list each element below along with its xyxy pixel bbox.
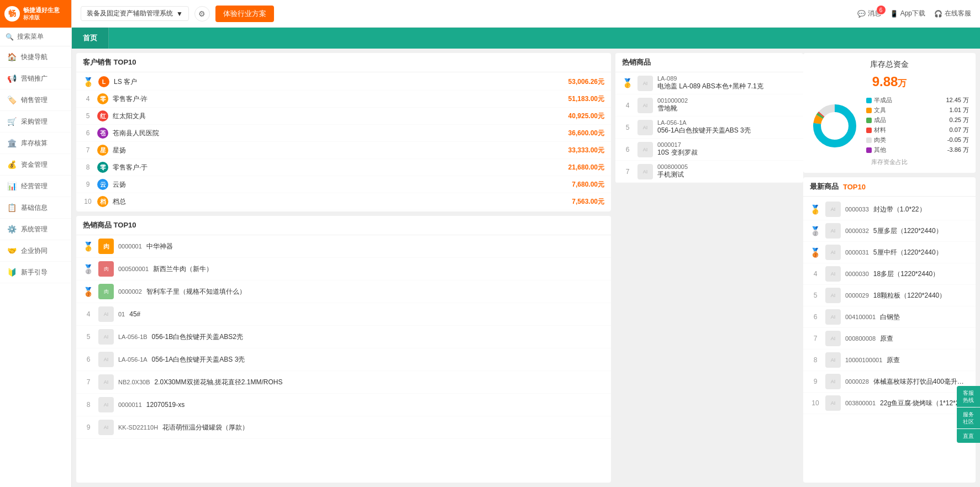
sidebar-item-marketing[interactable]: 📢 营销推广: [0, 68, 71, 89]
product-item[interactable]: 8 AI 0000011 12070519-xs: [76, 394, 611, 416]
logo-text: 畅捷通好生意: [23, 6, 60, 14]
top-product-item[interactable]: 6 AI 0000017 10S 变刹罗叔: [615, 139, 803, 161]
sidebar-item-guide[interactable]: 🔰 新手引导: [0, 262, 71, 283]
product-item[interactable]: 5 AI LA-056-1B 056-1B白色按键开关盖ABS2壳: [76, 326, 611, 348]
product-item[interactable]: 9 AI KK-SD22110H 花语萌恒温分镊罐袋（厚款）: [76, 416, 611, 439]
top-button[interactable]: 直直: [957, 429, 980, 443]
legend-item: 文具 1.01 万: [866, 106, 969, 114]
sidebar-item-basic[interactable]: 📋 基础信息: [0, 197, 71, 219]
sidebar-item-inventory[interactable]: 🏛️ 库存核算: [0, 133, 71, 154]
main-area: 装备及固定资产辅助管理系统 ▼ ⚙ 体验行业方案 💬 消息 6 📱 App下载 …: [72, 0, 980, 487]
product-code: LA-056-1A: [657, 119, 797, 126]
latest-item[interactable]: 🥈 AI 0000032 5厘多层（1220*2440）: [803, 220, 976, 242]
message-badge: 6: [877, 6, 886, 14]
product-name: 电池盖 LA-089 ABS本色+黑种 7.1克: [657, 82, 797, 91]
sidebar-item-enterprise[interactable]: 🤝 企业协同: [0, 240, 71, 262]
product-item[interactable]: 4 AI 01 45#: [76, 303, 611, 326]
legend-value: 0.25 万: [950, 116, 969, 124]
system-selector[interactable]: 装备及固定资产辅助管理系统 ▼: [81, 6, 189, 21]
hot-products-panel: 热销商品 TOP10 🥇 肉 0000001 中华神器 🥈 肉 00050000…: [76, 216, 611, 483]
customer-name: 零售客户·许: [113, 94, 564, 104]
sales-item[interactable]: 4 零 零售客户·许 51,183.00元: [76, 91, 611, 108]
product-code: LA-056-1A: [118, 356, 147, 363]
latest-item[interactable]: 6 AI 004100001 白钢垫: [803, 306, 976, 328]
settings-button[interactable]: ⚙: [194, 6, 210, 22]
product-code: 01: [118, 311, 125, 317]
rank-num: 5: [622, 124, 633, 131]
top-product-item[interactable]: 🥇 AI LA-089 电池盖 LA-089 ABS本色+黑种 7.1克: [615, 72, 803, 94]
nav-enterprise-label: 企业协同: [21, 246, 48, 256]
product-item[interactable]: 🥈 肉 000500001 新西兰牛肉（新牛）: [76, 258, 611, 280]
nav-system-label: 系统管理: [21, 225, 48, 234]
community-button[interactable]: 服务社区: [957, 407, 980, 428]
product-placeholder: AI: [637, 142, 653, 157]
latest-item[interactable]: 8 AI 10000100001 原查: [803, 350, 976, 371]
product-item[interactable]: 🥉 肉 0000002 智利车子里（规格不知道填什么）: [76, 280, 611, 303]
legend-color: [866, 98, 872, 103]
system-name: 装备及固定资产辅助管理系统: [87, 9, 173, 18]
sales-item[interactable]: 🥇 L LS 客户 53,006.26元: [76, 73, 611, 91]
top-product-item[interactable]: 7 AI 000800005 手机测试: [615, 161, 803, 183]
message-button[interactable]: 💬 消息 6: [857, 9, 881, 18]
latest-item[interactable]: 7 AI 000800008 原查: [803, 328, 976, 350]
rank-num: 6: [83, 356, 94, 363]
product-code: 000800005: [657, 163, 797, 170]
rank-num: 7: [810, 335, 821, 342]
customer-avatar: 星: [97, 145, 108, 156]
latest-item[interactable]: 🥇 AI 0000033 封边带（1.0*22）: [803, 199, 976, 220]
top-product-item[interactable]: 4 AI 001000002 雪地靴: [615, 94, 803, 117]
inventory-panel: 库存总资金 9.88万: [803, 53, 976, 173]
rank-num: 10: [810, 399, 821, 407]
sales-item[interactable]: 9 云 云扬 7,680.00元: [76, 176, 611, 193]
tab-home[interactable]: 首页: [72, 28, 109, 49]
nav-sales-label: 销售管理: [21, 96, 48, 105]
sales-item[interactable]: 7 星 星扬 33,333.00元: [76, 142, 611, 159]
app-download-button[interactable]: 📱 App下载: [890, 9, 925, 18]
product-placeholder: AI: [637, 98, 653, 113]
rank-num: 6: [622, 146, 633, 153]
experience-button[interactable]: 体验行业方案: [215, 6, 274, 22]
product-item[interactable]: 7 AI NB2.0X30B 2.0X30MM双搓花轴,搓花直径2.1MM/RO…: [76, 371, 611, 394]
app-download-label: App下载: [900, 9, 925, 18]
top-product-item[interactable]: 5 AI LA-056-1A 056-1A白色按键开关盖ABS 3壳: [615, 117, 803, 139]
sidebar-item-quick-nav[interactable]: 🏠 快捷导航: [0, 46, 71, 68]
sales-item[interactable]: 5 红 红太阳文具 40,925.00元: [76, 108, 611, 125]
sidebar-item-operations[interactable]: 📊 经营管理: [0, 176, 71, 197]
sales-amount: 53,006.26元: [568, 77, 604, 87]
product-item[interactable]: 🥇 肉 0000001 中华神器: [76, 235, 611, 258]
home-icon: 🏠: [7, 52, 17, 62]
product-name: 5厘多层（1220*2440）: [873, 226, 969, 236]
latest-item[interactable]: 🥉 AI 0000031 5厘中纤（1220*2440）: [803, 242, 976, 263]
product-code: NB2.0X30B: [118, 379, 150, 385]
latest-item[interactable]: 10 AI 003800001 22g鱼豆腐·烧烤味（1*12*20）: [803, 393, 976, 414]
latest-item[interactable]: 9 AI 0000028 体械嘉枚味苏打饮品400毫升（1*15）: [803, 371, 976, 393]
sales-item[interactable]: 10 档 档总 7,563.00元: [76, 193, 611, 210]
hot-products-title: 热销商品 TOP10: [83, 220, 136, 230]
product-name: 22g鱼豆腐·烧烤味（1*12*20）: [880, 399, 969, 408]
latest-item[interactable]: 5 AI 0000029 18颗粒板（1220*2440）: [803, 285, 976, 306]
sidebar-item-finance[interactable]: 💰 资金管理: [0, 154, 71, 176]
customer-name: 档总: [113, 197, 567, 207]
latest-title: 最新商品: [810, 182, 839, 192]
product-placeholder: AI: [825, 245, 841, 260]
search-menu[interactable]: 🔍 搜索菜单: [0, 28, 71, 46]
sidebar-item-sales[interactable]: 🏷️ 销售管理: [0, 89, 71, 111]
product-code: 004100001: [845, 314, 876, 320]
online-service-button[interactable]: 🎧 在线客服: [934, 9, 971, 18]
product-item[interactable]: 6 AI LA-056-1A 056-1A白色按键开关盖ABS 3壳: [76, 348, 611, 371]
sidebar-item-purchase[interactable]: 🛒 采购管理: [0, 111, 71, 133]
customer-sales-panel: 客户销售 TOP10 🥇 L LS 客户 53,006.26元 4 零 零售客户…: [76, 53, 611, 211]
sidebar-item-system[interactable]: ⚙️ 系统管理: [0, 219, 71, 240]
product-code: 10000100001: [845, 357, 882, 363]
latest-item[interactable]: 4 AI 0000030 18多层（1220*2440）: [803, 263, 976, 285]
header-right: 💬 消息 6 📱 App下载 🎧 在线客服: [857, 9, 971, 18]
rank-num: 7: [83, 378, 94, 386]
hotline-button[interactable]: 客服热线: [957, 386, 980, 407]
online-service-label: 在线客服: [945, 9, 971, 18]
sales-item[interactable]: 6 苍 苍南县人民医院 36,600.00元: [76, 125, 611, 142]
marketing-icon: 📢: [7, 73, 17, 83]
medal-icon: 🥇: [622, 78, 633, 88]
sales-item[interactable]: 8 零 零售客户·于 21,680.00元: [76, 159, 611, 176]
rank-1-medal: 🥇: [83, 77, 94, 87]
middle-column: 客户销售 TOP10 🥇 L LS 客户 53,006.26元 4 零 零售客户…: [72, 49, 615, 487]
